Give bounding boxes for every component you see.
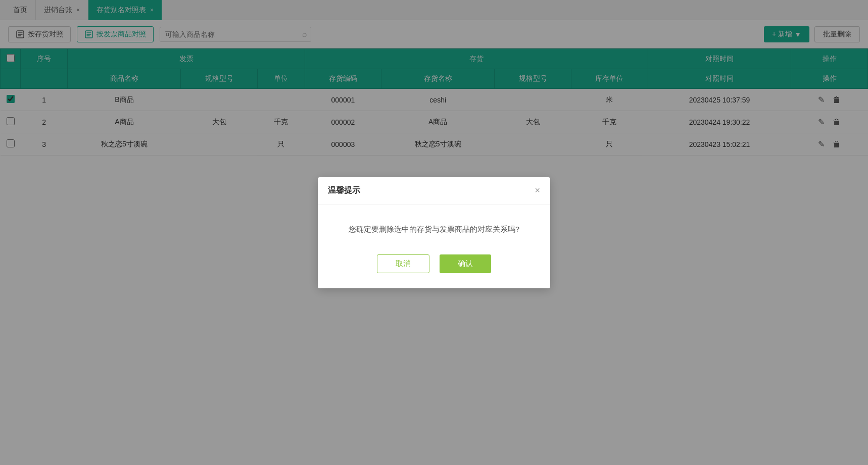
dialog-message: 您确定要删除选中的存货与发票商品的对应关系吗?: [349, 225, 519, 233]
dialog-close-button[interactable]: ×: [535, 186, 540, 195]
dialog-body: 您确定要删除选中的存货与发票商品的对应关系吗?: [318, 204, 550, 249]
dialog-footer: 取消 确认: [318, 249, 550, 288]
dialog-cancel-button[interactable]: 取消: [377, 254, 429, 273]
dialog-confirm-button[interactable]: 确认: [440, 254, 491, 273]
dialog-cancel-label: 取消: [396, 259, 411, 268]
dialog-title: 温馨提示: [328, 185, 360, 196]
dialog-header: 温馨提示 ×: [318, 177, 550, 204]
dialog-overlay: 温馨提示 × 您确定要删除选中的存货与发票商品的对应关系吗? 取消 确认: [0, 0, 868, 465]
dialog-confirm-label: 确认: [458, 259, 473, 268]
confirm-dialog: 温馨提示 × 您确定要删除选中的存货与发票商品的对应关系吗? 取消 确认: [318, 177, 550, 288]
